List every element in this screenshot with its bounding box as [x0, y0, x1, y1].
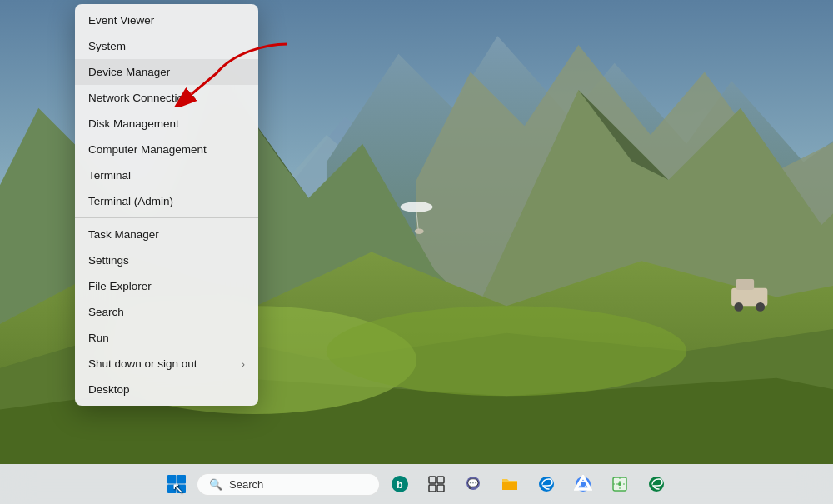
- svg-rect-13: [167, 485, 177, 494]
- svg-point-27: [581, 482, 586, 487]
- menu-item-event-viewer[interactable]: Event Viewer: [75, 7, 258, 33]
- taskbar-task-view[interactable]: [420, 467, 453, 501]
- task-view-icon: [428, 476, 445, 492]
- svg-rect-14: [177, 485, 187, 494]
- bing-logo-icon: b: [391, 475, 409, 493]
- svg-rect-20: [437, 485, 444, 492]
- svg-point-6: [756, 302, 765, 312]
- svg-point-9: [415, 228, 424, 233]
- taskbar-edge-dev[interactable]: [640, 467, 673, 501]
- windows-logo-icon: [167, 474, 187, 494]
- taskbar-chat-icon[interactable]: 💬: [456, 467, 490, 501]
- svg-rect-4: [736, 279, 755, 290]
- svg-text:💬: 💬: [467, 477, 479, 489]
- taskbar-bing-icon[interactable]: b: [383, 467, 416, 501]
- menu-item-system[interactable]: System: [75, 33, 258, 59]
- menu-item-disk-management[interactable]: Disk Management: [75, 111, 258, 137]
- file-explorer-icon: [501, 475, 519, 493]
- svg-point-7: [401, 202, 433, 212]
- menu-item-terminal-admin[interactable]: Terminal (Admin): [75, 188, 258, 214]
- taskbar-edge[interactable]: [530, 467, 563, 501]
- submenu-arrow-icon: ›: [242, 359, 245, 369]
- menu-item-run[interactable]: Run: [75, 325, 258, 351]
- menu-item-task-manager[interactable]: Task Manager: [75, 222, 258, 247]
- chrome-icon: [574, 475, 592, 493]
- svg-point-31: [618, 482, 621, 486]
- menu-item-terminal[interactable]: Terminal: [75, 162, 258, 188]
- menu-item-shut-down[interactable]: Shut down or sign out ›: [75, 351, 258, 377]
- search-icon: 🔍: [209, 478, 222, 491]
- menu-item-file-explorer[interactable]: File Explorer: [75, 273, 258, 299]
- context-menu: Event Viewer System Device Manager Netwo…: [75, 4, 258, 406]
- taskbar: 🔍 Search b 💬: [0, 464, 833, 504]
- start-button[interactable]: [160, 467, 193, 501]
- menu-item-network-connections[interactable]: Network Connections: [75, 85, 258, 111]
- svg-point-2: [327, 306, 686, 396]
- svg-rect-12: [177, 475, 187, 484]
- svg-point-5: [734, 302, 743, 312]
- svg-rect-19: [429, 485, 436, 492]
- taskbar-search-bar[interactable]: 🔍 Search: [197, 473, 380, 496]
- edge-dev-icon: [647, 475, 666, 493]
- svg-text:b: b: [397, 479, 402, 491]
- menu-item-settings[interactable]: Settings: [75, 247, 258, 273]
- svg-rect-17: [429, 477, 436, 483]
- taskbar-search-label: Search: [229, 478, 263, 491]
- svg-rect-11: [167, 475, 177, 484]
- menu-item-computer-management[interactable]: Computer Management: [75, 137, 258, 162]
- menu-item-search[interactable]: Search: [75, 299, 258, 325]
- snipping-tool-icon: [611, 475, 629, 493]
- taskbar-snip-tool[interactable]: [603, 467, 636, 501]
- menu-separator-1: [75, 217, 258, 218]
- chat-icon: 💬: [464, 475, 482, 493]
- menu-item-device-manager[interactable]: Device Manager: [75, 59, 258, 85]
- taskbar-chrome[interactable]: [566, 467, 600, 501]
- edge-icon: [537, 475, 556, 493]
- menu-item-desktop[interactable]: Desktop: [75, 377, 258, 402]
- svg-rect-18: [437, 477, 444, 483]
- taskbar-file-explorer[interactable]: [493, 467, 526, 501]
